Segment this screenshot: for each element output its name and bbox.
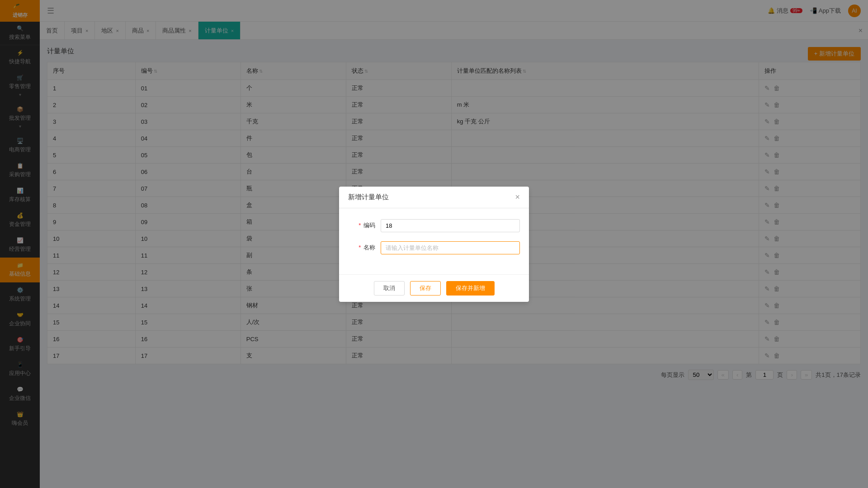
modal-body: * 编码 * 名称 (339, 208, 529, 274)
modal-header: 新增计量单位 × (339, 187, 529, 208)
save-button[interactable]: 保存 (410, 281, 441, 296)
cancel-button[interactable]: 取消 (374, 281, 405, 296)
name-required-mark: * (359, 244, 361, 251)
add-unit-modal: 新增计量单位 × * 编码 * 名称 取消 保存 保存并新增 (339, 187, 529, 302)
name-input[interactable] (381, 241, 520, 254)
code-input[interactable] (381, 219, 520, 232)
code-form-row: * 编码 (348, 219, 520, 232)
name-form-row: * 名称 (348, 241, 520, 254)
modal-title: 新增计量单位 (348, 193, 389, 202)
code-required-mark: * (359, 222, 361, 229)
save-and-new-button[interactable]: 保存并新增 (446, 281, 495, 296)
modal-footer: 取消 保存 保存并新增 (339, 274, 529, 302)
code-label: * 编码 (348, 221, 375, 230)
modal-overlay: 新增计量单位 × * 编码 * 名称 取消 保存 保存并新增 (0, 0, 868, 488)
name-label: * 名称 (348, 244, 375, 252)
modal-close-btn[interactable]: × (515, 193, 520, 201)
